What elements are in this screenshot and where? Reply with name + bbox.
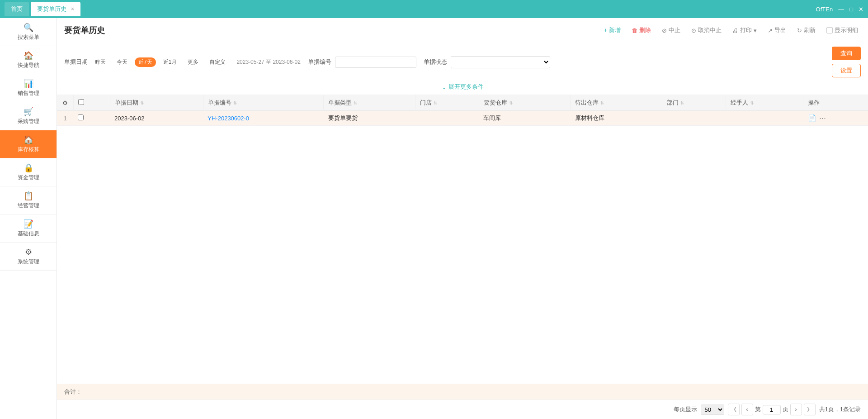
quick-nav-icon: 🏠 xyxy=(24,52,33,60)
filter-bottom-row: ⌄ 展开更多条件 xyxy=(64,79,861,91)
order-no-link[interactable]: YH-20230602-0 xyxy=(208,115,249,122)
pending-warehouse-sort-icon[interactable]: ⇅ xyxy=(600,100,604,105)
col-handler: 经手人 ⇅ xyxy=(726,95,803,111)
data-table: ⚙ 单据日期 ⇅ 单据编号 xyxy=(57,95,868,126)
order-num-label: 单据编号 xyxy=(308,58,331,66)
sidebar-item-purchase[interactable]: 🛒 采购管理 xyxy=(0,102,57,130)
sidebar-item-system[interactable]: ⚙ 系统管理 xyxy=(0,243,57,271)
minimize-btn[interactable]: — xyxy=(838,6,844,13)
more-action-icon[interactable]: ⋯ xyxy=(819,114,826,122)
date-btn-more[interactable]: 更多 xyxy=(184,57,202,67)
date-btn-yesterday[interactable]: 昨天 xyxy=(91,57,109,67)
cell-handler xyxy=(726,111,803,126)
col-settings[interactable]: ⚙ xyxy=(57,95,73,111)
row-checkbox[interactable] xyxy=(78,114,84,120)
brand-label: OfTEn xyxy=(816,6,833,13)
col-store: 门店 ⇅ xyxy=(415,95,479,111)
dept-sort-icon[interactable]: ⇅ xyxy=(680,100,684,105)
stop-button[interactable]: ⊘ 中止 xyxy=(659,24,683,36)
sidebar-item-sales[interactable]: 📊 销售管理 xyxy=(0,74,57,102)
stop-icon: ⊘ xyxy=(662,27,667,34)
col-pending-warehouse: 待出仓库 ⇅ xyxy=(571,95,662,111)
date-btn-today[interactable]: 今天 xyxy=(113,57,131,67)
col-department: 部门 ⇅ xyxy=(662,95,726,111)
order-type-sort-icon[interactable]: ⇅ xyxy=(354,100,357,105)
top-bar: 首页 要货单历史 × OfTEn — □ ✕ xyxy=(0,0,868,18)
tab-home[interactable]: 首页 xyxy=(5,2,29,16)
status-filter-group: 单据状态 xyxy=(424,56,550,68)
inventory-icon: 🏠 xyxy=(24,136,33,144)
operations-icon: 📋 xyxy=(24,192,33,200)
requisition-tab-label: 要货单历史 xyxy=(37,5,66,13)
order-num-input[interactable] xyxy=(335,57,416,68)
basic-info-icon: 📝 xyxy=(24,220,33,228)
export-button[interactable]: ↗ 导出 xyxy=(765,24,789,36)
store-sort-icon[interactable]: ⇅ xyxy=(434,100,437,105)
sidebar-item-basic-info[interactable]: 📝 基础信息 xyxy=(0,214,57,243)
delete-button[interactable]: 🗑 删除 xyxy=(629,24,654,36)
table-area: ⚙ 单据日期 ⇅ 单据编号 xyxy=(57,95,868,384)
print-icon: 🖨 xyxy=(732,27,738,34)
sidebar-item-operations[interactable]: 📋 经营管理 xyxy=(0,186,57,214)
page-header: 要货单历史 + 新增 🗑 删除 ⊘ 中止 ⊙ 取消中止 🖨 打印 xyxy=(57,18,868,41)
page-size-select[interactable]: 10 20 50 100 xyxy=(701,405,724,415)
export-icon: ↗ xyxy=(768,27,773,34)
handler-sort-icon[interactable]: ⇅ xyxy=(750,100,754,105)
filter-row: 单据日期 昨天 今天 近7天 近1月 更多 自定义 2023-05-27 至 2… xyxy=(64,47,861,77)
sidebar-label-system: 系统管理 xyxy=(18,258,39,266)
toolbar: + 新增 🗑 删除 ⊘ 中止 ⊙ 取消中止 🖨 打印 ▾ xyxy=(601,24,861,36)
setting-button[interactable]: 设置 xyxy=(832,64,861,77)
query-btn-group: 查询 设置 xyxy=(832,47,861,77)
filter-area: 单据日期 昨天 今天 近7天 近1月 更多 自定义 2023-05-27 至 2… xyxy=(57,41,868,95)
cancel-stop-button[interactable]: ⊙ 取消中止 xyxy=(689,24,724,36)
sidebar-item-search[interactable]: 🔍 搜索菜单 xyxy=(0,18,57,46)
sidebar-item-quick-nav[interactable]: 🏠 快捷导航 xyxy=(0,46,57,74)
tab-requisition-history[interactable]: 要货单历史 × xyxy=(31,2,80,16)
date-filter-group: 单据日期 昨天 今天 近7天 近1月 更多 自定义 xyxy=(64,57,229,67)
date-range-display: 2023-05-27 至 2023-06-02 xyxy=(236,58,300,66)
date-btn-1month[interactable]: 近1月 xyxy=(160,57,181,67)
tab-close-icon[interactable]: × xyxy=(71,6,74,12)
sidebar-label-finance: 资金管理 xyxy=(18,174,39,181)
status-select[interactable] xyxy=(451,56,550,68)
cancel-stop-icon: ⊙ xyxy=(691,27,696,34)
query-button[interactable]: 查询 xyxy=(832,47,861,60)
prev-page-btn[interactable]: ‹ xyxy=(741,404,753,415)
sidebar-label-sales: 销售管理 xyxy=(18,90,39,97)
top-bar-right: OfTEn — □ ✕ xyxy=(816,6,863,13)
first-page-btn[interactable]: 《 xyxy=(728,404,740,415)
page-input[interactable] xyxy=(763,405,781,414)
sidebar-item-inventory[interactable]: 🏠 库存核算 xyxy=(0,130,57,158)
col-action: 操作 xyxy=(803,95,868,111)
search-icon: 🔍 xyxy=(24,24,33,32)
cell-date: 2023-06-02 xyxy=(110,111,203,126)
refresh-button[interactable]: ↻ 刷新 xyxy=(794,24,818,36)
sidebar-item-finance[interactable]: 🔒 资金管理 xyxy=(0,158,57,186)
maximize-btn[interactable]: □ xyxy=(849,6,853,13)
date-btn-7days[interactable]: 近7天 xyxy=(135,57,156,67)
col-order-type: 单据类型 ⇅ xyxy=(324,95,415,111)
delete-icon: 🗑 xyxy=(632,27,637,34)
new-button[interactable]: + 新增 xyxy=(601,24,623,36)
sidebar-label-quick-nav: 快捷导航 xyxy=(18,62,39,69)
cell-order-no: YH-20230602-0 xyxy=(203,111,324,126)
home-tab-label: 首页 xyxy=(11,5,23,13)
display-detail-checkbox xyxy=(826,27,833,33)
expand-filter-button[interactable]: ⌄ 展开更多条件 xyxy=(442,83,484,91)
display-detail-button[interactable]: 显示明细 xyxy=(824,24,861,36)
table-header-row: ⚙ 单据日期 ⇅ 单据编号 xyxy=(57,95,868,111)
order-no-sort-icon[interactable]: ⇅ xyxy=(233,100,237,105)
view-action-icon[interactable]: 📄 xyxy=(808,114,816,122)
last-page-btn[interactable]: 》 xyxy=(804,404,816,415)
col-date: 单据日期 ⇅ xyxy=(110,95,203,111)
sidebar-label-inventory: 库存核算 xyxy=(18,146,39,153)
close-btn[interactable]: ✕ xyxy=(859,6,863,13)
print-dropdown-icon: ▾ xyxy=(754,27,757,34)
select-all-checkbox[interactable] xyxy=(78,99,84,105)
date-sort-icon[interactable]: ⇅ xyxy=(140,100,144,105)
date-btn-custom[interactable]: 自定义 xyxy=(206,57,229,67)
next-page-btn[interactable]: › xyxy=(790,404,802,415)
status-label: 单据状态 xyxy=(424,58,447,66)
req-warehouse-sort-icon[interactable]: ⇅ xyxy=(509,100,513,105)
print-button[interactable]: 🖨 打印 ▾ xyxy=(730,24,760,36)
